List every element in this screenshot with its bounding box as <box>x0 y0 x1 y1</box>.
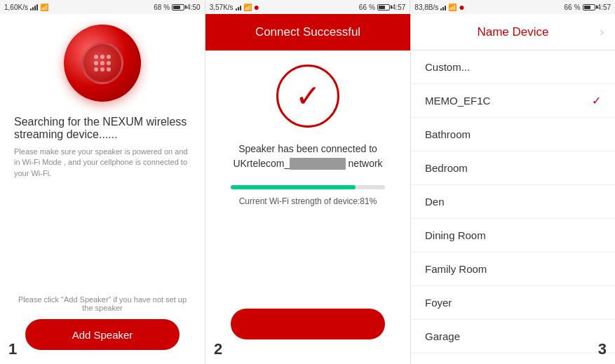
device-list-item[interactable]: Dining Room <box>411 219 615 252</box>
add-speaker-note: Please click "Add Speaker" if you have n… <box>14 295 191 312</box>
battery-icon-2 <box>377 4 390 11</box>
signal-icon-2 <box>236 4 241 11</box>
speaker-dot <box>107 67 111 72</box>
speaker-dot <box>100 67 104 72</box>
connect-success-title: Connect Successful <box>255 25 360 39</box>
device-item-label: MEMO_EF1C <box>425 95 490 107</box>
connected-message: Speaker has been connected to UKrtelecom… <box>233 142 382 171</box>
time-2: 4:57 <box>392 4 405 11</box>
wifi-icon-1: 📶 <box>40 4 48 11</box>
network-name: UKrtelecom_████████ network <box>233 158 382 169</box>
device-item-label: Garage <box>425 330 460 342</box>
status-bar-1-left: 1,60K/s 📶 <box>4 4 48 11</box>
checkmark-icon: ✓ <box>295 81 321 112</box>
status-bar-2-left: 3,57K/s 📶 ● <box>210 1 259 13</box>
speed-indicator-1: 1,60K/s <box>4 4 28 11</box>
wifi-icon-2: 📶 <box>243 4 252 11</box>
signal-icon-1 <box>30 4 38 11</box>
wifi-icon-3: 📶 <box>448 4 457 11</box>
device-item-label: Foyer <box>425 297 452 309</box>
main-content: Searching for the NEXUM wireless streami… <box>0 14 615 364</box>
device-item-label: Bathroom <box>425 128 471 140</box>
wifi-strength-track <box>231 185 385 189</box>
device-list-item[interactable]: Den <box>411 185 615 219</box>
add-speaker-button[interactable]: Add Speaker <box>25 319 180 350</box>
panel-2-button[interactable] <box>231 309 385 339</box>
battery-icon-3 <box>583 4 595 11</box>
connected-text-line1: Speaker has been connected to <box>238 143 377 154</box>
status-bar-2: 3,57K/s 📶 ● 66% 4:57 <box>205 0 411 14</box>
status-bar-2-right: 66% 4:57 <box>359 4 406 11</box>
battery-pct-2: 66 <box>359 4 367 11</box>
speaker-dot <box>94 55 98 59</box>
speaker-dot <box>107 55 111 59</box>
connect-success-body: ✓ Speaker has been connected to UKrtelec… <box>213 50 403 364</box>
panel-3-number: 3 <box>598 340 607 358</box>
wifi-strength-fill <box>231 185 356 189</box>
device-item-label: Dining Room <box>425 229 486 241</box>
device-list-item[interactable]: Garage <box>411 320 615 353</box>
speed-indicator-3: 83,8B/s <box>414 4 438 11</box>
connect-success-header: Connect Successful <box>205 14 410 50</box>
battery-pct-1: 68 <box>154 4 161 11</box>
device-item-label: Bedroom <box>425 162 468 174</box>
status-bar-3-left: 83,8B/s 📶 ● <box>414 1 464 13</box>
speaker-dots <box>94 55 111 72</box>
signal-icon-3 <box>440 4 446 11</box>
battery-icon-1 <box>172 4 184 11</box>
device-item-label: Den <box>425 196 445 208</box>
panel-2-number: 2 <box>214 340 222 358</box>
speaker-dot <box>94 67 98 72</box>
chevron-right-icon[interactable]: › <box>600 25 604 39</box>
device-item-label: Family Room <box>425 263 487 275</box>
device-list-item[interactable]: Garden <box>411 353 615 364</box>
device-item-label: Custom... <box>425 61 470 73</box>
speed-indicator-2: 3,57K/s <box>210 4 234 11</box>
status-bars: 1,60K/s 📶 68% 4:50 3,57K/s 📶 <box>0 0 615 14</box>
panel-name-device: Name Device › Custom...MEMO_EF1C✓Bathroo… <box>411 14 615 364</box>
speaker-dot <box>94 61 98 65</box>
search-title: Searching for the NEXUM wireless streami… <box>14 116 191 141</box>
device-list-item[interactable]: Bathroom <box>411 118 615 151</box>
time-3: 4:57 <box>597 4 611 11</box>
device-item-selected-icon: ✓ <box>592 94 601 107</box>
dot-indicator-3: ● <box>459 1 464 13</box>
wifi-strength-bar-container <box>231 185 385 189</box>
speaker-image <box>64 25 141 102</box>
name-device-header: Name Device › <box>411 14 615 50</box>
search-description: Please make sure your speaker is powered… <box>14 147 191 179</box>
wifi-strength-text: Current Wi-Fi strength of device:81% <box>239 196 377 206</box>
panel-1-number: 1 <box>8 340 17 358</box>
speaker-dot <box>107 61 111 65</box>
panel-connect-success: Connect Successful ✓ Speaker has been co… <box>205 14 411 364</box>
device-list-item[interactable]: Foyer <box>411 286 615 320</box>
device-list-item[interactable]: Family Room <box>411 252 615 286</box>
status-bar-1: 1,60K/s 📶 68% 4:50 <box>0 0 205 14</box>
name-device-title: Name Device <box>477 25 548 39</box>
status-bar-3-right: 66% 4:57 <box>565 4 611 11</box>
battery-pct-3: 66 <box>565 4 572 11</box>
device-list-item[interactable]: MEMO_EF1C✓ <box>411 84 615 118</box>
status-bar-3: 83,8B/s 📶 ● 66% 4:57 <box>410 0 615 14</box>
dot-indicator-2: ● <box>254 1 259 13</box>
device-list-item[interactable]: Custom... <box>411 50 615 84</box>
status-bar-1-right: 68% 4:50 <box>154 4 201 11</box>
device-name-list: Custom...MEMO_EF1C✓BathroomBedroomDenDin… <box>411 50 615 364</box>
device-list-item[interactable]: Bedroom <box>411 151 615 185</box>
panel-search: Searching for the NEXUM wireless streami… <box>0 14 205 364</box>
time-1: 4:50 <box>187 4 200 11</box>
speaker-inner <box>81 42 123 84</box>
checkmark-circle: ✓ <box>276 65 339 128</box>
speaker-dot <box>100 61 104 65</box>
speaker-dot <box>100 55 104 59</box>
